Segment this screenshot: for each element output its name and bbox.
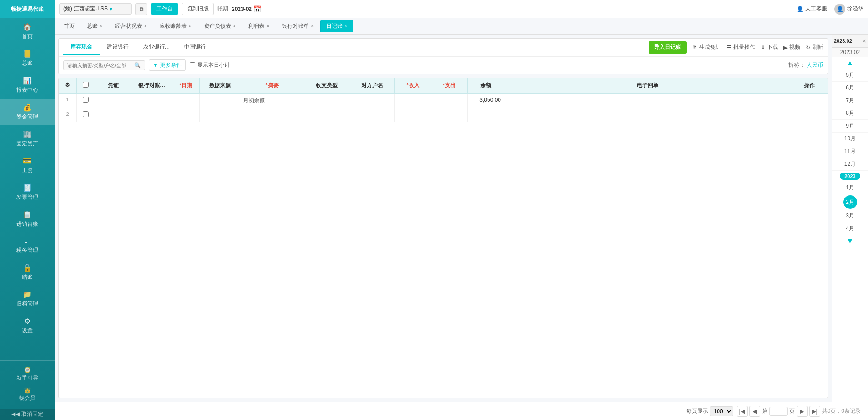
date-panel-close[interactable]: × bbox=[863, 37, 866, 44]
search-input[interactable] bbox=[67, 63, 132, 68]
tab-bank-close[interactable]: × bbox=[311, 24, 314, 29]
prev-page-btn[interactable]: ◀ bbox=[749, 406, 760, 417]
sidebar-item-guide[interactable]: 🧭 新手引导 bbox=[0, 364, 55, 385]
currency-label: 拆称： bbox=[788, 61, 805, 69]
sidebar-item-fixed[interactable]: 🏢 固定资产 bbox=[0, 125, 55, 152]
next-page-btn[interactable]: ▶ bbox=[797, 406, 808, 417]
salary-icon: 💳 bbox=[23, 157, 32, 165]
sidebar-bottom: 🧭 新手引导 👑 畅会员 bbox=[0, 360, 55, 409]
tab-receivable[interactable]: 应收账龄表 × bbox=[154, 20, 197, 32]
sidebar-item-tax[interactable]: 🗂 税务管理 bbox=[0, 232, 55, 259]
tab-ledger[interactable]: 总账 × bbox=[81, 20, 108, 32]
month-2-active[interactable]: 2月 bbox=[843, 195, 857, 209]
col-balance: 余额 bbox=[468, 78, 504, 93]
search-box[interactable]: 🔍 bbox=[63, 60, 145, 70]
user-info[interactable]: 👤 徐泾华 bbox=[834, 4, 863, 15]
nav-down-arrow[interactable]: ▼ bbox=[832, 235, 868, 247]
month-7[interactable]: 7月 bbox=[832, 94, 868, 107]
month-11[interactable]: 11月 bbox=[832, 145, 868, 158]
workspace-button[interactable]: 工作台 bbox=[151, 3, 178, 15]
tab-ledger-close[interactable]: × bbox=[100, 24, 102, 29]
calendar-icon: 📅 bbox=[254, 5, 261, 13]
customer-service[interactable]: 👤 人工客服 bbox=[797, 5, 827, 13]
month-10[interactable]: 10月 bbox=[832, 133, 868, 145]
sub-tab-construction[interactable]: 建设银行 bbox=[100, 40, 136, 55]
sidebar-item-fund[interactable]: 💰 资金管理 bbox=[0, 99, 55, 125]
tab-status-close[interactable]: × bbox=[144, 24, 147, 29]
pin-icon: ◀◀ bbox=[11, 411, 20, 417]
month-12[interactable]: 12月 bbox=[832, 158, 868, 171]
sidebar-item-salary[interactable]: 💳 工资 bbox=[0, 152, 55, 179]
per-page-select[interactable]: 100 50 200 bbox=[710, 406, 733, 416]
sub-tab-china[interactable]: 中国银行 bbox=[177, 40, 213, 55]
tab-profit[interactable]: 利润表 × bbox=[242, 20, 275, 32]
sidebar-item-settings[interactable]: ⚙ 设置 bbox=[0, 312, 55, 339]
nav-up-arrow[interactable]: ▲ bbox=[832, 57, 868, 69]
row-2-checkbox[interactable] bbox=[77, 108, 95, 122]
batch-op-button[interactable]: ☰ 批量操作 bbox=[727, 44, 755, 51]
tab-journal-close[interactable]: × bbox=[344, 24, 347, 29]
sidebar-item-close[interactable]: 🔒 结账 bbox=[0, 259, 55, 286]
tab-receivable-close[interactable]: × bbox=[189, 24, 191, 29]
period-value: 2023-02 📅 bbox=[232, 5, 261, 13]
date-panel-title: 2023.02 bbox=[834, 38, 852, 44]
month-1[interactable]: 1月 bbox=[832, 182, 868, 194]
sidebar-item-member[interactable]: 👑 畅会员 bbox=[0, 385, 55, 405]
tab-bank[interactable]: 银行对账单 × bbox=[276, 20, 319, 32]
col-income-type: 收支类型 bbox=[304, 78, 349, 93]
unpin-bar[interactable]: ◀◀ 取消固定 bbox=[0, 409, 55, 420]
month-3[interactable]: 3月 bbox=[832, 210, 868, 222]
refresh-button[interactable]: ↻ 刷新 bbox=[806, 44, 823, 51]
currency-value[interactable]: 人民币 bbox=[807, 61, 823, 69]
switch-old-button[interactable]: 切到旧版 bbox=[182, 3, 214, 15]
tab-home[interactable]: 首页 bbox=[58, 20, 80, 32]
sidebar-item-home[interactable]: 🏠 首页 bbox=[0, 18, 55, 45]
company-selector[interactable]: (勉) 江西超宝-LSS ▾ bbox=[59, 3, 132, 15]
month-2-container[interactable]: 2月 bbox=[832, 194, 868, 210]
tab-journal[interactable]: 日记账 × bbox=[320, 20, 353, 32]
row-1-checkbox[interactable] bbox=[77, 94, 95, 108]
row-2-income-type bbox=[304, 108, 349, 122]
row-1-voucher bbox=[95, 94, 131, 108]
service-icon: 👤 bbox=[797, 6, 803, 12]
month-5[interactable]: 5月 bbox=[832, 69, 868, 82]
tab-assets[interactable]: 资产负债表 × bbox=[198, 20, 242, 32]
month-8[interactable]: 8月 bbox=[832, 107, 868, 120]
sidebar-item-sales[interactable]: 📋 进销台账 bbox=[0, 206, 55, 232]
sidebar-item-invoice[interactable]: 🧾 发票管理 bbox=[0, 179, 55, 206]
page-label-before: 第 bbox=[762, 407, 768, 415]
col-bank-match: 银行对账... bbox=[131, 78, 172, 93]
video-button[interactable]: ▶ 视频 bbox=[783, 44, 800, 51]
row-1-bank-match bbox=[131, 94, 172, 108]
select-all-checkbox[interactable] bbox=[83, 82, 89, 88]
tab-status[interactable]: 经营状况表 × bbox=[109, 20, 153, 32]
sidebar-item-archive[interactable]: 📁 归档管理 bbox=[0, 286, 55, 312]
row-1-num: 1 bbox=[59, 94, 77, 108]
daily-total-checkbox-label[interactable]: 显示本日小计 bbox=[190, 61, 230, 69]
first-page-btn[interactable]: |◀ bbox=[737, 406, 748, 417]
sidebar-item-reports[interactable]: 📊 报表中心 bbox=[0, 72, 55, 99]
col-settings[interactable]: ⚙ bbox=[59, 78, 77, 93]
sub-tab-agriculture[interactable]: 农业银行... bbox=[136, 40, 177, 55]
tab-assets-close[interactable]: × bbox=[233, 24, 236, 29]
total-info: 共0页，0条记录 bbox=[822, 407, 861, 415]
filter-button[interactable]: ▼ 更多条件 bbox=[149, 59, 186, 71]
copy-button[interactable]: ⧉ bbox=[135, 3, 147, 15]
tab-profit-close[interactable]: × bbox=[266, 24, 269, 29]
generate-voucher-button[interactable]: 🗎 生成凭证 bbox=[692, 44, 721, 51]
last-page-btn[interactable]: ▶| bbox=[809, 406, 820, 417]
col-checkbox[interactable] bbox=[77, 78, 95, 93]
import-journal-button[interactable]: 导入日记账 bbox=[649, 41, 687, 54]
data-table: ⚙ 凭证 银行对账... *日期 数据来源 *摘要 收支类型 对方户名 *收入 … bbox=[58, 78, 828, 398]
daily-total-checkbox[interactable] bbox=[190, 62, 195, 68]
sub-tab-cash[interactable]: 库存现金 bbox=[63, 40, 100, 55]
month-9[interactable]: 9月 bbox=[832, 120, 868, 133]
col-source: 数据来源 bbox=[200, 78, 240, 93]
month-4[interactable]: 4月 bbox=[832, 222, 868, 235]
month-6[interactable]: 6月 bbox=[832, 82, 868, 94]
page-input[interactable]: 1 bbox=[769, 407, 788, 416]
row-2-counterpart bbox=[349, 108, 395, 122]
sidebar-item-ledger[interactable]: 📒 总账 bbox=[0, 45, 55, 72]
download-button[interactable]: ⬇ 下载 bbox=[761, 44, 778, 51]
col-voucher: 凭证 bbox=[95, 78, 131, 93]
